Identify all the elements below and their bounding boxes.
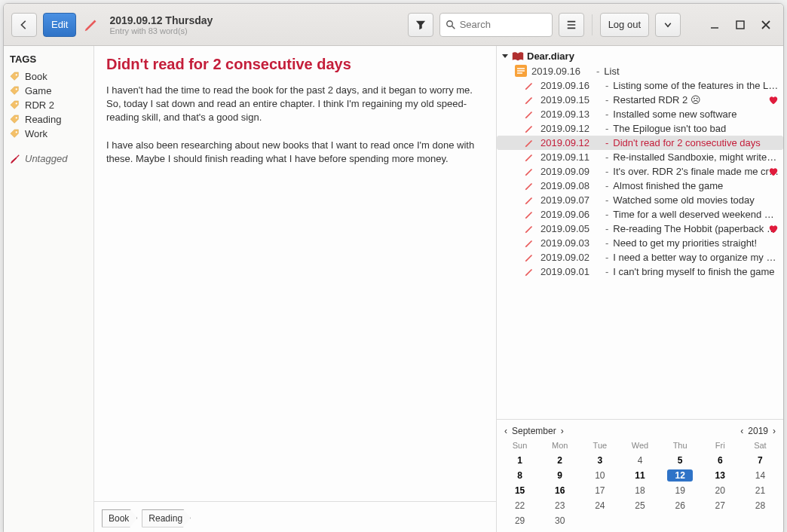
calendar-day[interactable]: 28 xyxy=(740,498,780,513)
svg-point-8 xyxy=(16,131,17,133)
calendar-day[interactable]: 18 xyxy=(620,483,660,498)
entry-row[interactable]: 2019.09.09-It's over. RDR 2's finale mad… xyxy=(497,164,783,179)
month-label[interactable]: September xyxy=(512,426,556,436)
heart-icon xyxy=(768,224,779,234)
tag-rdr-2[interactable]: RDR 2 xyxy=(10,98,87,112)
calendar-day[interactable]: 29 xyxy=(500,513,540,528)
search-field[interactable] xyxy=(439,13,553,37)
entry-title: It's over. RDR 2's finale made me cry ☹ xyxy=(613,166,779,177)
calendar-day[interactable]: 13 xyxy=(700,468,740,483)
pencil-icon xyxy=(524,195,536,206)
menu-button[interactable] xyxy=(559,13,584,37)
entry-row[interactable]: 2019.09.07-Watched some old movies today xyxy=(497,193,783,207)
entry-date: 2019.09.02 xyxy=(540,252,601,263)
month-next[interactable]: › xyxy=(561,426,564,436)
entry-list: Dear.diary 2019.09.16-List2019.09.16-Lis… xyxy=(497,46,783,419)
entry-subtitle: Entry with 83 word(s) xyxy=(109,26,213,35)
close-button[interactable] xyxy=(756,15,776,35)
entry-date: 2019.09.09 xyxy=(540,166,601,177)
calendar-day[interactable]: 8 xyxy=(500,468,540,483)
dow-header: Thu xyxy=(660,438,700,453)
calendar-day[interactable]: 4 xyxy=(620,453,660,468)
logout-button[interactable]: Log out xyxy=(600,13,649,37)
calendar-day[interactable]: 3 xyxy=(580,453,620,468)
year-next[interactable]: › xyxy=(773,426,776,436)
month-prev[interactable]: ‹ xyxy=(504,426,507,436)
entry-row[interactable]: 2019.09.16-List xyxy=(497,63,783,78)
calendar-day xyxy=(740,513,780,528)
calendar-day[interactable]: 5 xyxy=(660,453,700,468)
calendar-day[interactable]: 30 xyxy=(540,513,580,528)
entry-date: 2019.09.01 xyxy=(540,266,601,277)
document-area[interactable]: Didn't read for 2 consecutive days I hav… xyxy=(94,46,496,501)
calendar-day[interactable]: 7 xyxy=(740,453,780,468)
calendar-day[interactable]: 12 xyxy=(660,468,700,483)
entry-row[interactable]: 2019.09.15-Restarted RDR 2 ☹ xyxy=(497,93,783,107)
calendar-day[interactable]: 15 xyxy=(500,483,540,498)
calendar-day[interactable]: 11 xyxy=(620,468,660,483)
calendar-day[interactable]: 14 xyxy=(740,468,780,483)
calendar-day[interactable]: 2 xyxy=(540,453,580,468)
entry-date-title: 2019.09.12 Thursday xyxy=(109,14,213,26)
filter-button[interactable] xyxy=(408,13,433,37)
entry-row[interactable]: 2019.09.12-Didn't read for 2 consecutive… xyxy=(497,136,783,150)
entry-row[interactable]: 2019.09.13-Installed some new software xyxy=(497,107,783,121)
calendar-day[interactable]: 1 xyxy=(500,453,540,468)
edit-button[interactable]: Edit xyxy=(43,13,76,37)
entry-row[interactable]: 2019.09.02-I need a better way to organi… xyxy=(497,250,783,264)
tag-chip-reading[interactable]: Reading xyxy=(142,509,191,527)
svg-rect-3 xyxy=(736,21,744,29)
back-button[interactable] xyxy=(11,13,37,37)
calendar-day[interactable]: 19 xyxy=(660,483,700,498)
entry-row[interactable]: 2019.09.01-I can't bring myself to finis… xyxy=(497,264,783,279)
minimize-button[interactable] xyxy=(705,15,724,35)
entry-row[interactable]: 2019.09.12-The Epilogue isn't too bad xyxy=(497,121,783,136)
entry-row[interactable]: 2019.09.11-Re-installed Sandboxie, might… xyxy=(497,150,783,164)
year-prev[interactable]: ‹ xyxy=(740,426,743,436)
entry-date: 2019.09.12 xyxy=(540,123,601,134)
untagged-filter[interactable]: Untagged xyxy=(10,151,87,166)
search-input[interactable] xyxy=(460,19,546,30)
entry-date: 2019.09.03 xyxy=(540,237,601,249)
dow-header: Mon xyxy=(540,438,580,453)
calendar-day[interactable]: 10 xyxy=(580,468,620,483)
sidebar: TAGS BookGameRDR 2ReadingWork Untagged xyxy=(4,46,94,532)
calendar-day[interactable]: 26 xyxy=(660,498,700,513)
diary-header[interactable]: Dear.diary xyxy=(497,49,783,63)
maximize-button[interactable] xyxy=(730,15,750,35)
tag-work[interactable]: Work xyxy=(10,127,87,141)
pencil-icon xyxy=(524,209,536,220)
calendar-day[interactable]: 21 xyxy=(740,483,780,498)
calendar-day[interactable]: 6 xyxy=(700,453,740,468)
tag-reading[interactable]: Reading xyxy=(10,112,87,127)
entry-row[interactable]: 2019.09.05-Re-reading The Hobbit (paperb… xyxy=(497,222,783,236)
calendar-day[interactable]: 23 xyxy=(540,498,580,513)
year-label[interactable]: 2019 xyxy=(748,426,768,436)
calendar-day[interactable]: 16 xyxy=(540,483,580,498)
entry-date: 2019.09.16 xyxy=(540,80,601,91)
tag-chip-book[interactable]: Book xyxy=(102,509,137,527)
tag-game[interactable]: Game xyxy=(10,84,87,98)
paragraph: I haven't had the time to read the book … xyxy=(106,84,484,125)
calendar-day[interactable]: 20 xyxy=(700,483,740,498)
entry-row[interactable]: 2019.09.03-Need to get my priorities str… xyxy=(497,236,783,250)
editor-panel: Didn't read for 2 consecutive days I hav… xyxy=(94,46,497,532)
entry-row[interactable]: 2019.09.06-Time for a well deserved week… xyxy=(497,207,783,222)
calendar-day[interactable]: 27 xyxy=(700,498,740,513)
calendar-day[interactable]: 9 xyxy=(540,468,580,483)
dow-header: Wed xyxy=(620,438,660,453)
entry-row[interactable]: 2019.09.16-Listing some of the features … xyxy=(497,78,783,93)
calendar-day[interactable]: 22 xyxy=(500,498,540,513)
tag-book[interactable]: Book xyxy=(10,69,87,84)
calendar-day[interactable]: 17 xyxy=(580,483,620,498)
entry-date: 2019.09.05 xyxy=(540,223,601,234)
calendar-day[interactable]: 24 xyxy=(580,498,620,513)
calendar: ‹ September › ‹ 2019 › SunMonTueWedThuFr… xyxy=(497,419,783,532)
logout-dropdown[interactable] xyxy=(655,13,681,37)
entry-row[interactable]: 2019.09.08-Almost finished the game xyxy=(497,179,783,193)
svg-line-9 xyxy=(11,154,20,163)
titlebar: Edit 2019.09.12 Thursday Entry with 83 w… xyxy=(4,4,783,46)
calendar-day[interactable]: 25 xyxy=(620,498,660,513)
calendar-day xyxy=(660,513,700,528)
pencil-icon xyxy=(524,181,536,191)
